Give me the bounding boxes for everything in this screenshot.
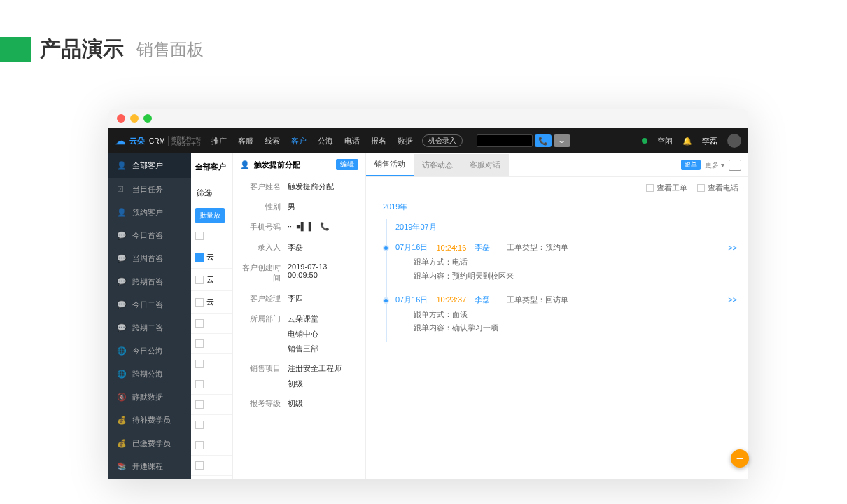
timeline-expand[interactable]: >>: [728, 295, 737, 304]
more-button[interactable]: 更多 ▾: [705, 160, 724, 170]
filter-call[interactable]: 查看电话: [697, 183, 738, 193]
checkbox[interactable]: [195, 461, 204, 470]
sidebar-item-label: 静默数据: [132, 392, 163, 402]
table-row[interactable]: [191, 435, 232, 456]
row-label: 云: [206, 252, 214, 262]
tab-sales-activity[interactable]: 销售活动: [366, 153, 414, 176]
value-entry: 李磊: [288, 242, 358, 253]
sidebar-item-5[interactable]: 💬今日二咨: [108, 293, 191, 316]
layout-icon[interactable]: [729, 160, 741, 171]
logo-tagline: 教育机构一站式服务云平台: [168, 136, 201, 146]
sidebar-item-4[interactable]: 💬跨期首咨: [108, 270, 191, 293]
sidebar-item-7[interactable]: 🌐今日公海: [108, 340, 191, 363]
batch-button[interactable]: 批量放: [195, 208, 225, 223]
sidebar-icon: ☑: [117, 185, 127, 194]
sidebar-item-8[interactable]: 🌐跨期公海: [108, 363, 191, 386]
detail-title: 触发提前分配: [254, 160, 332, 170]
sidebar-item-3[interactable]: 💬当周首咨: [108, 247, 191, 270]
page-header: 产品演示 销售面板: [0, 0, 847, 85]
opportunity-button[interactable]: 机会录入: [422, 134, 463, 147]
maximize-icon[interactable]: [144, 114, 152, 122]
table-row[interactable]: 云: [191, 246, 232, 269]
table-row[interactable]: [191, 395, 232, 415]
tab-visitor[interactable]: 访客动态: [414, 154, 461, 176]
checkbox[interactable]: [195, 360, 204, 368]
nav-item-4[interactable]: 公海: [313, 133, 338, 149]
table-row[interactable]: [191, 374, 232, 395]
table-row[interactable]: [191, 415, 232, 435]
table-row[interactable]: [191, 334, 232, 354]
checkbox[interactable]: [195, 298, 204, 307]
nav-item-2[interactable]: 线索: [260, 133, 285, 149]
sidebar-item-12[interactable]: 📚开通课程: [108, 455, 191, 478]
nav-item-5[interactable]: 电话: [340, 133, 365, 149]
sidebar-item-6[interactable]: 💬跨期二咨: [108, 316, 191, 340]
user-icon: 👤: [117, 161, 127, 170]
sidebar: 👤 全部客户 ☑当日任务👤预约客户💬今日首咨💬当周首咨💬跨期首咨💬今日二咨💬跨期…: [108, 153, 191, 479]
nav-item-1[interactable]: 客服: [233, 133, 258, 149]
tab-service[interactable]: 客服对话: [461, 154, 509, 176]
timeline-user: 李磊: [475, 242, 490, 253]
checkbox[interactable]: [195, 253, 204, 262]
checkbox[interactable]: [195, 319, 204, 328]
sidebar-item-label: 预约客户: [132, 207, 163, 218]
edit-button[interactable]: 编辑: [336, 159, 358, 170]
nav-item-6[interactable]: 报名: [366, 133, 391, 149]
label-entry: 录入人: [240, 242, 288, 253]
call-button[interactable]: 📞: [535, 134, 552, 147]
sidebar-item-10[interactable]: 💰待补费学员: [108, 409, 191, 432]
close-icon[interactable]: [117, 114, 125, 122]
sidebar-icon: 💬: [117, 323, 127, 332]
sidebar-icon: 💬: [117, 231, 127, 240]
table-row[interactable]: [191, 456, 232, 476]
hangup-button[interactable]: ⌣: [554, 134, 570, 147]
checkbox[interactable]: [195, 340, 204, 348]
sidebar-header[interactable]: 👤 全部客户: [108, 153, 191, 178]
minimize-icon[interactable]: [130, 114, 139, 122]
sidebar-item-2[interactable]: 💬今日首咨: [108, 224, 191, 247]
avatar[interactable]: [727, 134, 741, 148]
detail-header: 👤 触发提前分配 编辑: [233, 153, 365, 176]
sidebar-item-0[interactable]: ☑当日任务: [108, 178, 191, 201]
sidebar-item-label: 当日任务: [132, 184, 163, 195]
sidebar-item-1[interactable]: 👤预约客户: [108, 201, 191, 224]
sidebar-item-11[interactable]: 💰已缴费学员: [108, 432, 191, 455]
value-project-sub: 初级: [233, 379, 365, 393]
timeline-expand[interactable]: >>: [728, 244, 737, 252]
timeline-dot-icon: [383, 245, 389, 251]
sidebar-item-13[interactable]: 📋我的订单: [108, 478, 191, 479]
fab-minus-button[interactable]: −: [731, 449, 749, 468]
bell-icon[interactable]: 🔔: [682, 136, 692, 146]
activity-tabs: 销售活动 访客动态 客服对话 跟单 更多 ▾: [366, 153, 748, 177]
table-row[interactable]: [191, 314, 232, 334]
checkbox[interactable]: [195, 400, 204, 409]
search-input[interactable]: [477, 134, 533, 147]
nav-item-3[interactable]: 客户: [286, 133, 312, 149]
table-row[interactable]: 云: [191, 269, 232, 291]
phone-icon[interactable]: 📞: [320, 222, 330, 230]
nav-item-7[interactable]: 数据: [393, 133, 418, 149]
checkbox[interactable]: [195, 421, 204, 429]
sidebar-item-label: 已缴费学员: [132, 438, 171, 449]
value-level: 初级: [288, 398, 358, 409]
table-row[interactable]: [191, 354, 232, 374]
value-dept-sub2: 销售三部: [233, 344, 365, 358]
checkbox[interactable]: [195, 441, 204, 449]
value-phone: ··· ■▌ ▌📞: [288, 222, 358, 232]
checkbox[interactable]: [195, 380, 204, 388]
timeline-date: 07月16日: [396, 295, 428, 305]
main-layout: 👤 全部客户 ☑当日任务👤预约客户💬今日首咨💬当周首咨💬跨期首咨💬今日二咨💬跨期…: [108, 153, 748, 479]
follow-button[interactable]: 跟单: [681, 160, 701, 170]
filter-order[interactable]: 查看工单: [646, 183, 687, 193]
logo-crm: CRM: [149, 137, 165, 145]
user-name[interactable]: 李磊: [702, 136, 718, 146]
sidebar-item-9[interactable]: 🔇静默数据: [108, 386, 191, 409]
nav-item-0[interactable]: 推广: [206, 133, 232, 149]
table-row[interactable]: 云: [191, 291, 232, 314]
logo-text: 云朵: [130, 136, 145, 146]
checkbox[interactable]: [195, 232, 204, 240]
value-project: 注册安全工程师: [288, 363, 358, 374]
table-row[interactable]: [191, 226, 232, 246]
checkbox[interactable]: [195, 276, 204, 284]
timeline-dot-icon: [383, 298, 389, 304]
